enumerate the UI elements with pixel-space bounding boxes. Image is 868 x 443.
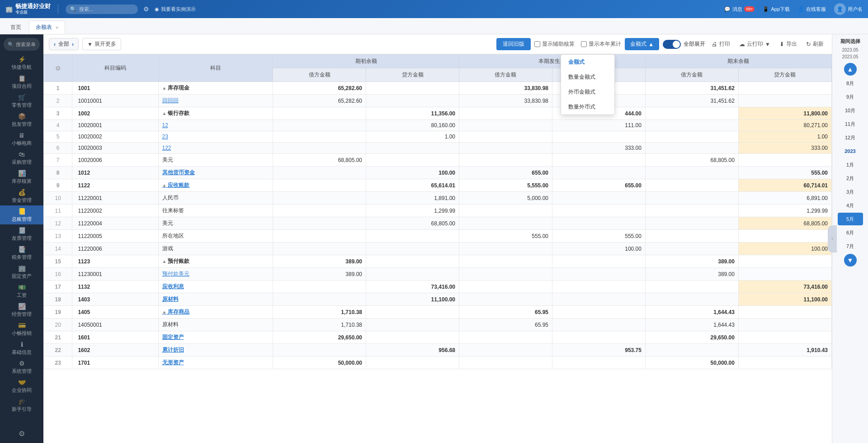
table-row: 191405▲ 库存商品1,710.3865.951,644.43 bbox=[44, 306, 832, 319]
top-search[interactable]: 🔍 搜索... bbox=[66, 5, 138, 14]
sidebar-item-guide[interactable]: 🎓 新手引导 bbox=[0, 395, 43, 414]
sidebar-item-system[interactable]: ⚙ 系统管理 bbox=[0, 357, 43, 376]
expand-more-label: 展开更多 bbox=[94, 40, 116, 48]
period-month-11[interactable]: 11月 bbox=[838, 118, 863, 130]
cell-name[interactable]: 应收利息 bbox=[158, 281, 273, 293]
cell-name[interactable]: 其他货币资金 bbox=[158, 167, 273, 179]
dropdown-item-qty-foreign[interactable]: 数量外币式 bbox=[561, 100, 614, 114]
cell-code: 1001 bbox=[72, 82, 158, 95]
table-row: 610020003122333.00333.00 bbox=[44, 143, 832, 154]
app-download-btn[interactable]: 📱 App下载 bbox=[763, 6, 790, 13]
sidebar-search-label: 搜索菜单 bbox=[16, 41, 36, 48]
cell-code: 1601 bbox=[72, 331, 158, 344]
export-btn[interactable]: ⬇ 导出 bbox=[777, 38, 800, 50]
sidebar-item-tax[interactable]: 📑 税务管理 bbox=[0, 243, 43, 262]
sidebar-item-salary[interactable]: 💵 工资 bbox=[0, 281, 43, 300]
user-avatar[interactable]: 👤 用户名 bbox=[834, 3, 863, 15]
auxiliary-checkbox[interactable]: 显示辅助核算 bbox=[534, 40, 575, 48]
period-month-8[interactable]: 8月 bbox=[838, 77, 863, 90]
table-row: 151123▲ 预付账款389.00389.00 bbox=[44, 255, 832, 268]
table-row: 231701无形资产50,000.0050,000.00 bbox=[44, 357, 832, 369]
sidebar-item-wholesale[interactable]: 📦 批发管理 bbox=[0, 110, 43, 129]
cell-name[interactable]: 12 bbox=[158, 120, 273, 131]
period-month-4[interactable]: 4月 bbox=[838, 199, 863, 212]
content-area: ‹ 全部 › ▼ 展开更多 退回旧版 显示辅助核算 显示本年累计 bbox=[43, 34, 832, 443]
sidebar-search[interactable]: 🔍 搜索菜单 bbox=[4, 38, 40, 51]
period-down-arrow[interactable]: ▼ bbox=[844, 254, 857, 267]
sidebar-item-collab[interactable]: 🤝 企业协同 bbox=[0, 376, 43, 395]
column-settings-icon[interactable]: ⚙ bbox=[55, 65, 61, 72]
cell-name[interactable]: ▲ 应收账款 bbox=[158, 179, 273, 192]
back-to-old-btn[interactable]: 退回旧版 bbox=[496, 38, 531, 50]
amount-mode-btn[interactable]: 金额式 ▲ bbox=[625, 38, 659, 50]
period-month-6[interactable]: 6月 bbox=[838, 226, 863, 239]
cell-name[interactable]: ▲ 库存商品 bbox=[158, 306, 273, 319]
period-month-12[interactable]: 12月 bbox=[838, 131, 863, 144]
cell-name[interactable]: 固定资产 bbox=[158, 331, 273, 344]
sidebar-item-expense[interactable]: 💳 小畅报销 bbox=[0, 319, 43, 338]
avatar: 👤 bbox=[834, 3, 846, 15]
refresh-btn[interactable]: ↻ 刷新 bbox=[803, 38, 826, 50]
sidebar-item-ecommerce[interactable]: 🖥 小畅电商 bbox=[0, 129, 43, 148]
tab-home[interactable]: 首页 bbox=[4, 20, 28, 34]
export-label: 导出 bbox=[786, 40, 797, 48]
sidebar-item-inventory[interactable]: 📊 库存核算 bbox=[0, 167, 43, 186]
th-cur-debit: 借方金额 bbox=[459, 68, 552, 82]
sidebar-system-label: 系统管理 bbox=[12, 368, 32, 375]
expand-all-toggle[interactable]: 全部展开 bbox=[663, 40, 705, 49]
sidebar-item-invoice[interactable]: 🧾 发票管理 bbox=[0, 224, 43, 243]
th-settings[interactable]: ⚙ bbox=[44, 55, 72, 82]
sidebar-item-retail[interactable]: 🛒 零售管理 bbox=[0, 91, 43, 110]
filter-all-btn[interactable]: ‹ 全部 › bbox=[49, 38, 79, 50]
year-total-checkbox[interactable]: 显示本年累计 bbox=[581, 40, 621, 48]
cell-name: 游戏 bbox=[158, 243, 273, 255]
demo-link[interactable]: ◉ 我要看实例演示 bbox=[155, 6, 196, 13]
sidebar-item-contract[interactable]: 📋 项目合同 bbox=[0, 72, 43, 91]
dropdown-item-foreign-amount[interactable]: 外币金额式 bbox=[561, 85, 614, 100]
cell-name[interactable]: 回回回 bbox=[158, 95, 273, 107]
period-month-2[interactable]: 2月 bbox=[838, 172, 863, 185]
tab-balance[interactable]: 余额表 × bbox=[29, 20, 65, 34]
sidebar-item-basic-info[interactable]: ℹ 基础信息 bbox=[0, 338, 43, 357]
period-month-7[interactable]: 7月 bbox=[838, 240, 863, 252]
period-up-arrow[interactable]: ▲ bbox=[844, 63, 857, 76]
sidebar-item-purchase[interactable]: 🛍 采购管理 bbox=[0, 148, 43, 167]
cloud-print-btn[interactable]: ☁ 云打印 ▼ bbox=[736, 38, 773, 50]
sidebar-settings-icon[interactable]: ⚙ bbox=[0, 424, 43, 443]
cell-name[interactable]: 23 bbox=[158, 131, 273, 143]
cell-name[interactable]: 无形资产 bbox=[158, 357, 273, 369]
online-service-btn[interactable]: 👤 在线客服 bbox=[798, 6, 826, 13]
notification-btn[interactable]: 💬 消息 99+ bbox=[724, 6, 755, 13]
th-name: 科目 bbox=[158, 55, 273, 82]
table-row: 1311220005所在地区555.00555.00 bbox=[44, 230, 832, 243]
quick-nav-icon: ⚡ bbox=[18, 56, 26, 63]
sidebar-item-quick-nav[interactable]: ⚡ 快捷导航 bbox=[0, 53, 43, 72]
cell-name[interactable]: 预付款美元 bbox=[158, 268, 273, 281]
expand-more-btn[interactable]: ▼ 展开更多 bbox=[82, 38, 121, 50]
print-btn[interactable]: 🖨 打印 bbox=[709, 38, 733, 50]
sidebar-item-funds[interactable]: 💰 资金管理 bbox=[0, 186, 43, 205]
sidebar-item-ledger[interactable]: 📒 总账管理 bbox=[0, 205, 43, 224]
period-month-9[interactable]: 9月 bbox=[838, 91, 863, 103]
search-icon: 🔍 bbox=[8, 42, 14, 48]
period-month-3[interactable]: 3月 bbox=[838, 186, 863, 198]
year-total-checkbox-input[interactable] bbox=[581, 41, 587, 47]
collapse-btn[interactable]: › bbox=[828, 225, 837, 252]
dropdown-item-qty-amount[interactable]: 数量金额式 bbox=[561, 70, 614, 85]
settings-icon[interactable]: ⚙ bbox=[143, 5, 149, 13]
period-month-5[interactable]: 5月 bbox=[838, 213, 863, 225]
toggle-track[interactable] bbox=[663, 40, 681, 49]
tab-close-icon[interactable]: × bbox=[56, 25, 58, 30]
cell-name[interactable]: 原材料 bbox=[158, 293, 273, 306]
user-name: 用户名 bbox=[848, 6, 863, 13]
dropdown-item-amount[interactable]: 金额式 bbox=[561, 55, 614, 70]
auxiliary-checkbox-input[interactable] bbox=[534, 41, 540, 47]
th-closing: 期末余额 bbox=[645, 55, 831, 68]
sidebar-item-assets[interactable]: 🏢 固定资产 bbox=[0, 262, 43, 281]
cell-name[interactable]: 累计折旧 bbox=[158, 344, 273, 357]
period-month-10[interactable]: 10月 bbox=[838, 104, 863, 117]
period-year-2023[interactable]: 2023 bbox=[838, 145, 863, 157]
cell-name[interactable]: 122 bbox=[158, 143, 273, 154]
sidebar-item-operations[interactable]: 📈 经营管理 bbox=[0, 300, 43, 319]
period-month-1[interactable]: 1月 bbox=[838, 158, 863, 171]
